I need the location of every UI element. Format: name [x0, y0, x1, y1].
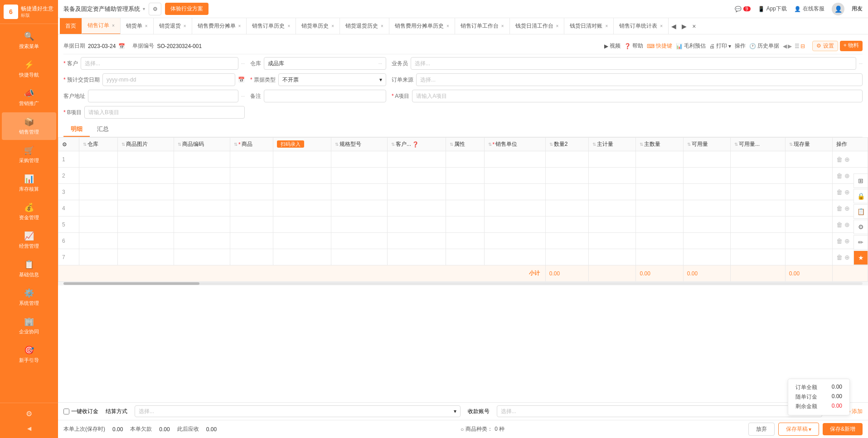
- delivery-date-input[interactable]: [102, 73, 235, 86]
- tab-close-11[interactable]: ×: [605, 24, 608, 29]
- col-header-action[interactable]: 操作: [833, 138, 868, 151]
- help-btn[interactable]: ❓ 帮助: [624, 42, 643, 50]
- app-settings-btn[interactable]: ⚙: [149, 3, 161, 15]
- invoice-select[interactable]: 不开票 ▾: [278, 73, 386, 86]
- sidebar-item-资金管理[interactable]: 💰资金管理: [2, 198, 56, 226]
- copy-row-icon[interactable]: ⊕: [844, 188, 850, 196]
- tab-item-4[interactable]: 销售费用分摊单×: [192, 18, 247, 34]
- app-download-btn[interactable]: 📱 App下载: [758, 5, 787, 13]
- copy-row-icon[interactable]: ⊕: [844, 221, 850, 228]
- customer-input[interactable]: [81, 57, 238, 70]
- tab-close-7[interactable]: ×: [381, 24, 383, 29]
- tab-close-6[interactable]: ×: [331, 24, 334, 29]
- tab-close-2[interactable]: ×: [145, 24, 148, 29]
- tab-item-11[interactable]: 钱货日清对账×: [564, 18, 614, 34]
- detail-tab-1[interactable]: 汇总: [90, 122, 116, 137]
- calendar-icon[interactable]: 📅: [118, 43, 125, 49]
- tab-item-8[interactable]: 销售费用分摊单历史×: [389, 18, 455, 34]
- sidebar-item-采购管理[interactable]: 🛒采购管理: [2, 141, 56, 168]
- app-title-dropdown-icon[interactable]: ▾: [143, 6, 145, 11]
- sidebar-collapse-btn[interactable]: ◀: [2, 423, 56, 434]
- tab-item-7[interactable]: 销货退货历史×: [340, 18, 389, 34]
- one-click-order-checkbox[interactable]: 一键收订金: [63, 408, 98, 415]
- scroll-bar-area[interactable]: [58, 282, 868, 285]
- addr-more-icon[interactable]: ···: [241, 94, 245, 99]
- delete-row-icon[interactable]: 🗑: [836, 188, 843, 196]
- print-btn[interactable]: 🖨 打印 ▾: [709, 42, 731, 50]
- float-btn-5[interactable]: ✏: [853, 235, 868, 250]
- delete-row-icon[interactable]: 🗑: [836, 205, 843, 212]
- nav-prev-icon[interactable]: ◀: [783, 43, 787, 49]
- tab-close-all[interactable]: ×: [689, 23, 698, 30]
- copy-row-icon[interactable]: ⊕: [844, 172, 850, 179]
- delete-row-icon[interactable]: 🗑: [836, 156, 843, 163]
- detail-tab-0[interactable]: 明细: [63, 122, 90, 137]
- tab-item-6[interactable]: 销货单历史×: [296, 18, 340, 34]
- delete-row-icon[interactable]: 🗑: [836, 237, 843, 245]
- customer-addr-input[interactable]: [88, 90, 238, 102]
- add-material-btn[interactable]: + 物料: [840, 41, 863, 51]
- shortcut-btn[interactable]: ⌨ 快捷键: [647, 42, 672, 50]
- col-header-scan[interactable]: 扫码录入: [273, 138, 331, 151]
- profit-btn[interactable]: 📊 毛利预估: [676, 42, 706, 50]
- copy-row-icon[interactable]: ⊕: [844, 254, 850, 261]
- delete-row-icon[interactable]: 🗑: [836, 221, 843, 228]
- customer-more-icon[interactable]: ···: [241, 61, 245, 66]
- col-header-settings[interactable]: ⚙: [58, 138, 79, 151]
- payment-method-select[interactable]: 选择... ▾: [135, 405, 461, 417]
- delivery-date-calendar-icon[interactable]: 📅: [238, 77, 245, 83]
- float-btn-2[interactable]: 🔒: [853, 189, 868, 203]
- nav-next-icon[interactable]: ▶: [788, 43, 792, 49]
- tab-close-3[interactable]: ×: [184, 24, 186, 29]
- copy-row-icon[interactable]: ⊕: [844, 205, 850, 212]
- discard-btn[interactable]: 放弃: [748, 423, 775, 436]
- scan-btn[interactable]: 扫码录入: [277, 140, 304, 148]
- float-btn-3[interactable]: 📋: [853, 204, 868, 219]
- sidebar-settings[interactable]: ⚙: [2, 407, 56, 421]
- sidebar-item-新手引导[interactable]: 🎯新手引导: [2, 341, 56, 368]
- sidebar-item-营销推广[interactable]: 📣营销推广: [2, 84, 56, 111]
- save-new-btn[interactable]: 保存&新增: [823, 423, 863, 435]
- tab-item-0[interactable]: 首页: [60, 18, 82, 34]
- sidebar-item-系统管理[interactable]: ⚙️系统管理: [2, 284, 56, 311]
- sidebar-item-库存核算[interactable]: 📊库存核算: [2, 169, 56, 197]
- tab-close-10[interactable]: ×: [556, 24, 559, 29]
- tab-item-12[interactable]: 销售订单统计表×: [614, 18, 669, 34]
- tab-nav-next[interactable]: ▶: [679, 23, 689, 30]
- operate-btn[interactable]: 操作: [735, 42, 746, 50]
- copy-row-icon[interactable]: ⊕: [844, 237, 850, 245]
- b-project-input[interactable]: [84, 106, 245, 119]
- copy-row-icon[interactable]: ⊕: [844, 156, 850, 163]
- salesperson-input[interactable]: [411, 57, 856, 70]
- view-btn[interactable]: ▶ 视频: [604, 42, 621, 50]
- delete-row-icon[interactable]: 🗑: [836, 254, 843, 261]
- sidebar-item-搜索菜单[interactable]: 🔍搜索菜单: [2, 27, 56, 54]
- online-service-btn[interactable]: 👤 在线客服: [794, 5, 824, 13]
- view-mode-grid-icon[interactable]: ⊟: [800, 43, 805, 49]
- sidebar-item-销售管理[interactable]: 📦销售管理: [2, 112, 56, 140]
- note-input[interactable]: [264, 90, 386, 102]
- tab-item-9[interactable]: 销售订单工作台×: [455, 18, 510, 34]
- tab-nav-prev[interactable]: ◀: [669, 23, 679, 30]
- tab-item-10[interactable]: 钱货日清工作台×: [510, 18, 565, 34]
- warehouse-select[interactable]: 成品库 ···: [264, 57, 386, 70]
- float-btn-4[interactable]: ⚙: [853, 220, 868, 234]
- tab-close-5[interactable]: ×: [287, 24, 290, 29]
- user-avatar[interactable]: 👤: [832, 3, 844, 15]
- sidebar-item-企业协同[interactable]: 🏢企业协同: [2, 312, 56, 340]
- float-btn-6[interactable]: ★: [853, 250, 868, 265]
- tab-item-3[interactable]: 销货退货×: [154, 18, 192, 34]
- salesperson-more-icon[interactable]: ···: [859, 61, 863, 66]
- tab-close-8[interactable]: ×: [446, 24, 449, 29]
- tab-close-12[interactable]: ×: [660, 24, 663, 29]
- sidebar-item-快捷导航[interactable]: ⚡快捷导航: [2, 55, 56, 83]
- float-btn-1[interactable]: ⊞: [853, 173, 868, 188]
- tab-item-2[interactable]: 销货单×: [121, 18, 154, 34]
- messages-btn[interactable]: 💬 9: [735, 6, 751, 12]
- tab-close-1[interactable]: ×: [112, 23, 115, 28]
- a-project-input[interactable]: [412, 90, 863, 102]
- sidebar-item-基础信息[interactable]: 📋基础信息: [2, 255, 56, 283]
- delete-row-icon[interactable]: 🗑: [836, 172, 843, 179]
- history-btn[interactable]: 🕐 历史单据: [749, 42, 779, 50]
- industry-btn[interactable]: 体验行业方案: [165, 3, 209, 15]
